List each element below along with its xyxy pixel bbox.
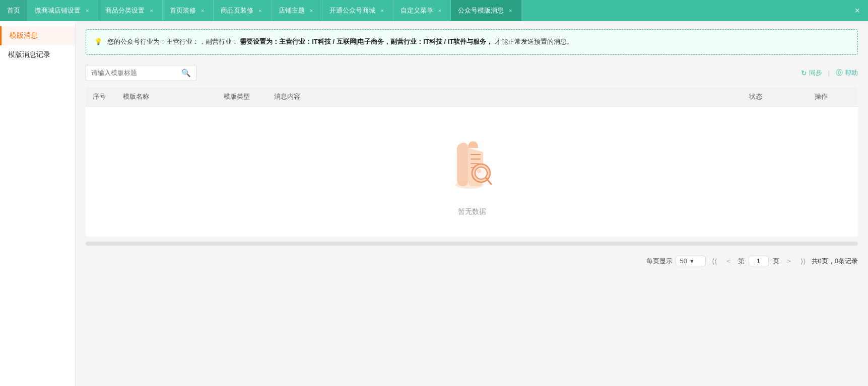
col-status: 状态 bbox=[742, 87, 808, 107]
page-label-prefix: 第 bbox=[738, 257, 745, 266]
search-input[interactable] bbox=[91, 69, 181, 76]
sidebar-item-template-message-record-label: 模版消息记录 bbox=[8, 50, 50, 58]
sync-icon: ↻ bbox=[801, 69, 807, 77]
page-nav-prev[interactable]: ＜ bbox=[723, 256, 734, 267]
notice-icon: 💡 bbox=[94, 38, 102, 45]
nav-tab-8-label: 公众号模版消息 bbox=[458, 6, 504, 15]
nav-tab-7-close[interactable]: × bbox=[436, 7, 443, 15]
nav-tab-5-label: 店铺主题 bbox=[279, 6, 305, 15]
col-action: 操作 bbox=[808, 87, 858, 107]
nav-tab-5[interactable]: 店铺主题 × bbox=[272, 0, 322, 21]
page-nav-first[interactable]: ⟨⟨ bbox=[710, 256, 719, 266]
sidebar-item-template-message-label: 模版消息 bbox=[10, 31, 38, 39]
divider-pipe: | bbox=[828, 69, 830, 76]
svg-point-8 bbox=[477, 169, 481, 173]
empty-state: 暂无数据 bbox=[86, 107, 858, 237]
horizontal-scrollbar[interactable] bbox=[86, 242, 858, 246]
sidebar-item-template-message-record[interactable]: 模版消息记录 bbox=[0, 45, 75, 64]
search-icon[interactable]: 🔍 bbox=[181, 68, 191, 78]
sync-label: 同步 bbox=[809, 68, 822, 78]
nav-tab-1[interactable]: 微商城店铺设置 × bbox=[28, 0, 98, 21]
per-page-select: 每页显示 50 ▼ bbox=[646, 256, 706, 266]
nav-tab-6-label: 开通公众号商城 bbox=[329, 6, 375, 15]
help-button[interactable]: ⓪ 帮助 bbox=[836, 68, 858, 78]
col-name: 模版名称 bbox=[116, 87, 217, 107]
nav-tab-8[interactable]: 公众号模版消息 × bbox=[451, 0, 521, 21]
nav-tab-4[interactable]: 商品页装修 × bbox=[214, 0, 271, 21]
pagination: 每页显示 50 ▼ ⟨⟨ ＜ 第 页 ＞ ⟩⟩ 共0页，0条记录 bbox=[86, 251, 858, 272]
empty-illustration bbox=[442, 137, 502, 197]
nav-tab-3-close[interactable]: × bbox=[199, 7, 206, 15]
help-label: 帮助 bbox=[845, 68, 858, 78]
sync-button[interactable]: ↻ 同步 bbox=[801, 68, 822, 78]
col-type: 模版类型 bbox=[217, 87, 267, 107]
notice-prefix: 您的公众号行业为：主营行业：，副营行业： bbox=[107, 38, 238, 45]
top-nav: 首页 微商城店铺设置 × 商品分类设置 × 首页装修 × 商品页装修 × 店铺主… bbox=[0, 0, 868, 21]
content-area: 💡 您的公众号行业为：主营行业：，副营行业： 需要设置为：主营行业：IT科技 /… bbox=[76, 21, 868, 386]
nav-tab-5-close[interactable]: × bbox=[308, 7, 315, 15]
page-nav-next[interactable]: ＞ bbox=[783, 256, 794, 267]
svg-point-6 bbox=[475, 167, 487, 179]
notice-box: 💡 您的公众号行业为：主营行业：，副营行业： 需要设置为：主营行业：IT科技 /… bbox=[86, 29, 858, 55]
nav-tab-2-label: 商品分类设置 bbox=[105, 6, 145, 15]
main-layout: 模版消息 模版消息记录 💡 您的公众号行业为：主营行业：，副营行业： 需要设置为… bbox=[0, 21, 868, 386]
nav-tab-1-label: 微商城店铺设置 bbox=[35, 6, 81, 15]
nav-tab-6-close[interactable]: × bbox=[378, 7, 385, 15]
nav-tab-home-label: 首页 bbox=[7, 6, 20, 15]
search-row: 🔍 ↻ 同步 | ⓪ 帮助 bbox=[86, 65, 858, 81]
nav-tab-home[interactable]: 首页 bbox=[0, 0, 28, 21]
notice-suffix: 才能正常发送预置的消息。 bbox=[495, 38, 573, 45]
col-content: 消息内容 bbox=[267, 87, 742, 107]
nav-tab-2[interactable]: 商品分类设置 × bbox=[98, 0, 162, 21]
empty-text: 暂无数据 bbox=[458, 207, 486, 216]
sidebar-item-template-message[interactable]: 模版消息 bbox=[0, 26, 75, 45]
help-icon: ⓪ bbox=[836, 68, 843, 78]
notice-highlight: 需要设置为：主营行业：IT科技 / 互联网|电子商务，副营行业：IT科技 / I… bbox=[240, 38, 493, 45]
nav-tab-4-close[interactable]: × bbox=[256, 7, 263, 15]
window-close-button[interactable]: × bbox=[846, 0, 868, 21]
table-empty-row: 暂无数据 bbox=[86, 106, 858, 237]
search-input-wrap[interactable]: 🔍 bbox=[86, 65, 196, 81]
per-page-dropdown[interactable]: 50 ▼ bbox=[676, 256, 706, 266]
table-body: 暂无数据 bbox=[86, 106, 858, 237]
per-page-label: 每页显示 bbox=[646, 257, 673, 266]
nav-tab-1-close[interactable]: × bbox=[84, 7, 91, 15]
page-nav-last[interactable]: ⟩⟩ bbox=[798, 256, 808, 266]
nav-tab-3[interactable]: 首页装修 × bbox=[163, 0, 214, 21]
nav-tab-3-label: 首页装修 bbox=[170, 6, 196, 15]
chevron-down-icon: ▼ bbox=[689, 258, 695, 264]
col-index: 序号 bbox=[86, 87, 116, 107]
nav-tab-8-close[interactable]: × bbox=[507, 7, 514, 15]
per-page-value: 50 bbox=[680, 257, 687, 265]
page-total: 共0页，0条记录 bbox=[812, 257, 858, 266]
page-input[interactable] bbox=[749, 256, 769, 266]
nav-tab-4-label: 商品页装修 bbox=[221, 6, 253, 15]
nav-tab-7-label: 自定义菜单 bbox=[400, 6, 433, 15]
table-header-row: 序号 模版名称 模版类型 消息内容 状态 操作 bbox=[86, 87, 858, 107]
search-actions: ↻ 同步 | ⓪ 帮助 bbox=[801, 68, 858, 78]
data-table: 序号 模版名称 模版类型 消息内容 状态 操作 bbox=[86, 87, 858, 237]
sidebar: 模版消息 模版消息记录 bbox=[0, 21, 76, 386]
nav-tab-6[interactable]: 开通公众号商城 × bbox=[322, 0, 393, 21]
page-label-suffix: 页 bbox=[773, 257, 779, 266]
nav-tab-2-close[interactable]: × bbox=[148, 7, 155, 15]
nav-tab-7[interactable]: 自定义菜单 × bbox=[393, 0, 451, 21]
